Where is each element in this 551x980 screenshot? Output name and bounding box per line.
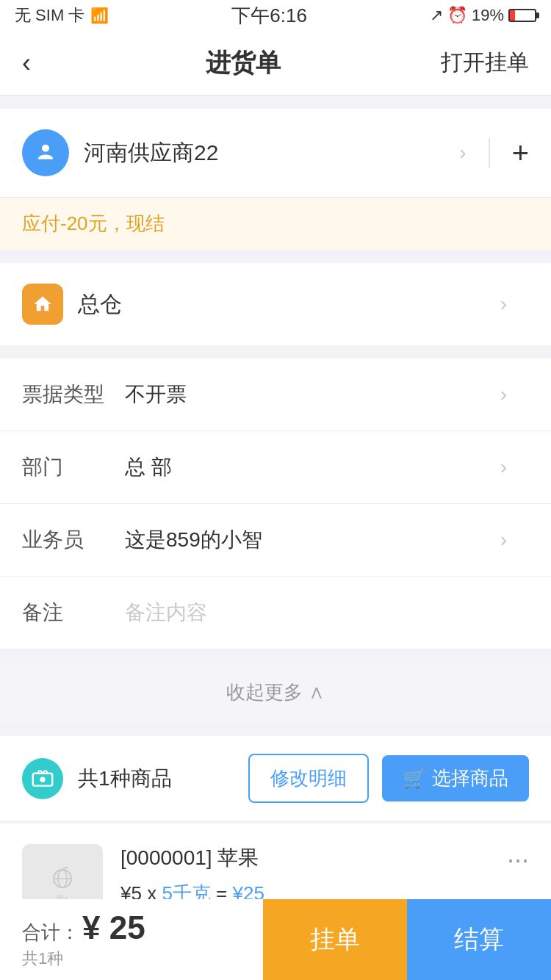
- product-more-button[interactable]: ···: [507, 844, 529, 875]
- sales-chevron-icon: ›: [500, 528, 507, 552]
- dept-label: 部门: [22, 453, 125, 481]
- remark-input[interactable]: 备注内容: [125, 599, 529, 627]
- svg-point-0: [42, 145, 49, 152]
- select-product-label: 选择商品: [432, 765, 508, 791]
- nav-bar: ‹ 进货单 打开挂单: [0, 31, 551, 96]
- supplier-row[interactable]: 河南供应商22 › +: [0, 109, 551, 198]
- status-left: 无 SIM 卡 📶: [15, 4, 109, 26]
- form-section: 票据类型 不开票 › 部门 总 部 › 业务员 这是859的小智 › 备注 备注…: [0, 359, 551, 649]
- dept-row[interactable]: 部门 总 部 ›: [0, 431, 551, 504]
- supplier-avatar: [22, 129, 69, 176]
- product-count: 共1种商品: [78, 765, 248, 793]
- battery-icon: [508, 9, 536, 22]
- sales-label: 业务员: [22, 526, 125, 554]
- warehouse-name: 总仓: [78, 289, 500, 320]
- add-supplier-button[interactable]: +: [512, 137, 529, 170]
- warehouse-icon: [22, 284, 63, 325]
- wifi-icon: 📶: [90, 7, 109, 24]
- svg-point-2: [40, 777, 45, 782]
- open-hang-button[interactable]: 打开挂单: [441, 48, 529, 78]
- carrier-text: 无 SIM 卡: [15, 4, 84, 26]
- total-label: 合计：: [22, 920, 79, 945]
- product-header: 共1种商品 修改明细 🛒 选择商品: [0, 736, 551, 821]
- remark-label: 备注: [22, 599, 125, 627]
- battery-percent: 19%: [472, 6, 504, 25]
- page-title: 进货单: [46, 46, 441, 80]
- edit-detail-button[interactable]: 修改明细: [248, 754, 369, 803]
- supplier-name: 河南供应商22: [84, 138, 459, 168]
- product-info: [0000001] 苹果 ¥5 x 5千克 = ¥25: [120, 844, 507, 907]
- dept-value: 总 部: [125, 453, 500, 481]
- warehouse-chevron-icon: ›: [500, 292, 507, 316]
- total-section: 合计： ¥ 25 共1种: [0, 909, 263, 970]
- checkout-button[interactable]: 结算: [407, 899, 551, 980]
- product-apple: 苹果: [217, 846, 259, 869]
- remark-row[interactable]: 备注 备注内容: [0, 577, 551, 649]
- cart-icon: 🛒: [403, 767, 426, 790]
- supplier-section: 河南供应商22 › + 应付-20元，现结: [0, 109, 551, 250]
- total-count: 共1种: [22, 948, 241, 970]
- supplier-notice: 应付-20元，现结: [0, 198, 551, 250]
- select-product-button[interactable]: 🛒 选择商品: [382, 755, 529, 801]
- product-code: [0000001]: [120, 846, 212, 869]
- sales-row[interactable]: 业务员 这是859的小智 ›: [0, 504, 551, 577]
- status-time: 下午6:16: [231, 3, 307, 29]
- status-right: ↗ ⏰ 19%: [430, 6, 536, 25]
- location-icon: ↗: [430, 6, 443, 25]
- collapse-button[interactable]: 收起更多 ∧: [0, 662, 551, 723]
- product-name: [0000001] 苹果: [120, 844, 507, 872]
- invoice-row[interactable]: 票据类型 不开票 ›: [0, 359, 551, 431]
- product-icon: [22, 758, 63, 799]
- sales-value: 这是859的小智: [125, 526, 500, 554]
- supplier-chevron-icon: ›: [459, 141, 466, 165]
- dept-chevron-icon: ›: [500, 455, 507, 479]
- hang-button[interactable]: 挂单: [263, 899, 407, 980]
- total-amount: ¥ 25: [82, 909, 145, 946]
- warehouse-section[interactable]: 总仓 ›: [0, 263, 551, 345]
- supplier-divider: [489, 138, 490, 167]
- invoice-label: 票据类型: [22, 381, 125, 408]
- invoice-chevron-icon: ›: [500, 383, 507, 406]
- alarm-icon: ⏰: [447, 6, 467, 25]
- bottom-bar: 合计： ¥ 25 共1种 挂单 结算: [0, 899, 551, 980]
- back-button[interactable]: ‹: [22, 48, 46, 79]
- status-bar: 无 SIM 卡 📶 下午6:16 ↗ ⏰ 19%: [0, 0, 551, 31]
- invoice-value: 不开票: [125, 381, 500, 408]
